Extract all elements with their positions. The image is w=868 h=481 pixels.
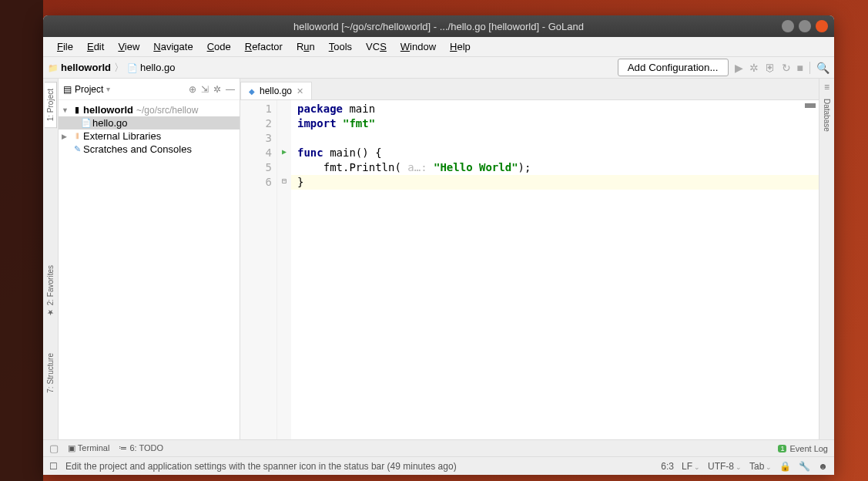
tree-root-label: helloworld bbox=[83, 104, 133, 116]
menubar: File Edit View Navigate Code Refactor Ru… bbox=[43, 37, 834, 57]
run-icon[interactable]: ▶ bbox=[735, 62, 743, 74]
scratches-icon: ✎ bbox=[71, 144, 83, 154]
search-icon[interactable]: 🔍 bbox=[809, 62, 829, 74]
close-button[interactable] bbox=[816, 20, 828, 32]
tab-close-icon[interactable]: ✕ bbox=[297, 86, 303, 96]
tab-project[interactable]: 1: Project bbox=[45, 82, 57, 128]
chevron-right-icon: 〉 bbox=[114, 61, 124, 75]
project-icon: ▤ bbox=[63, 84, 72, 95]
spanner-icon[interactable]: 🔧 bbox=[799, 461, 810, 472]
checkbox-icon[interactable]: ☐ bbox=[49, 461, 58, 472]
statusbar: ☐ Edit the project and application setti… bbox=[43, 456, 834, 475]
status-tip: Edit the project and application setting… bbox=[65, 461, 457, 472]
editor-tab-hello[interactable]: ◆ hello.go ✕ bbox=[240, 82, 312, 99]
tree-external-libs[interactable]: ▶ ⫴ External Libraries bbox=[59, 130, 240, 143]
menu-help[interactable]: Help bbox=[444, 39, 477, 54]
menu-file[interactable]: File bbox=[51, 39, 79, 54]
left-tool-stripe: 1: Project ★ 2: Favorites 7: Structure bbox=[43, 79, 59, 439]
tab-todo[interactable]: ≔ 6: TODO bbox=[119, 443, 163, 453]
menu-code[interactable]: Code bbox=[201, 39, 237, 54]
cursor-position[interactable]: 6:3 bbox=[661, 461, 674, 472]
collapse-icon[interactable]: ⇲ bbox=[201, 84, 209, 95]
tree-file-hello[interactable]: 📄 hello.go bbox=[59, 116, 240, 130]
expand-icon[interactable]: ▶ bbox=[62, 133, 71, 140]
database-icon: ≡ bbox=[824, 82, 829, 92]
tab-database[interactable]: Database bbox=[821, 92, 833, 138]
tree-root-path: ~/go/src/hellow bbox=[136, 105, 198, 116]
library-icon: ⫴ bbox=[71, 131, 83, 141]
add-configuration-button[interactable]: Add Configuration... bbox=[618, 59, 729, 76]
window-title: helloworld [~/go/src/helloworld] - .../h… bbox=[293, 21, 584, 32]
menu-refactor[interactable]: Refactor bbox=[239, 39, 289, 54]
breadcrumb: helloworld 〉 hello.go bbox=[48, 61, 176, 75]
tree-file-label: hello.go bbox=[92, 117, 128, 129]
right-tool-stripe: ≡ Database bbox=[819, 79, 834, 439]
tab-structure[interactable]: 7: Structure bbox=[45, 347, 56, 399]
locate-icon[interactable]: ⊕ bbox=[189, 84, 196, 95]
folder-icon: ▮ bbox=[71, 105, 83, 115]
project-sidebar: ▤ Project ▾ ⊕ ⇲ ✲ — ▼ ▮ helloworld ~/go/… bbox=[59, 79, 240, 439]
profile-icon[interactable]: ↻ bbox=[782, 62, 791, 74]
menu-window[interactable]: Window bbox=[394, 39, 442, 54]
expand-icon[interactable]: ▼ bbox=[62, 106, 71, 114]
go-file-icon: ◆ bbox=[249, 87, 255, 96]
fold-gutter: ▶ ⊟ bbox=[277, 100, 291, 439]
debug-icon[interactable]: ✲ bbox=[749, 62, 759, 74]
tree-root[interactable]: ▼ ▮ helloworld ~/go/src/hellow bbox=[59, 103, 240, 116]
unity-launcher bbox=[0, 0, 43, 481]
code-content[interactable]: package mainimport "fmt" func main() { f… bbox=[291, 100, 819, 439]
code-editor[interactable]: 123456 ▶ ⊟ package mainimport "fmt" func… bbox=[240, 100, 819, 439]
main-area: 1: Project ★ 2: Favorites 7: Structure ▤… bbox=[43, 79, 834, 439]
window-controls bbox=[782, 20, 828, 32]
tab-terminal[interactable]: ▣ Terminal bbox=[68, 443, 109, 453]
breadcrumb-file[interactable]: hello.go bbox=[127, 62, 176, 73]
inspector-icon[interactable]: ☻ bbox=[818, 461, 828, 472]
tree-ext-label: External Libraries bbox=[83, 130, 161, 142]
tool-window-icon[interactable]: ▢ bbox=[49, 442, 59, 454]
editor-tab-label: hello.go bbox=[260, 86, 292, 96]
editor-area: ◆ hello.go ✕ 123456 ▶ ⊟ package mainimpo… bbox=[240, 79, 819, 439]
coverage-icon[interactable]: ⛨ bbox=[765, 62, 776, 74]
hide-icon[interactable]: — bbox=[226, 84, 235, 95]
run-toolbar: ▶ ✲ ⛨ ↻ ■ 🔍 bbox=[735, 62, 829, 74]
stop-icon[interactable]: ■ bbox=[797, 62, 803, 74]
tab-event-log[interactable]: Event Log bbox=[789, 444, 828, 453]
tab-favorites[interactable]: ★ 2: Favorites bbox=[45, 259, 56, 323]
lock-icon[interactable]: 🔒 bbox=[779, 461, 791, 472]
goland-window: helloworld [~/go/src/helloworld] - .../h… bbox=[43, 15, 834, 475]
sidebar-title[interactable]: Project bbox=[75, 84, 103, 95]
project-tree: ▼ ▮ helloworld ~/go/src/hellow 📄 hello.g… bbox=[59, 100, 240, 439]
menu-view[interactable]: View bbox=[112, 39, 146, 54]
encoding[interactable]: UTF-8 bbox=[708, 461, 742, 472]
event-badge: 1 bbox=[778, 445, 786, 452]
line-ending[interactable]: LF bbox=[682, 461, 700, 472]
editor-tabs: ◆ hello.go ✕ bbox=[240, 79, 819, 100]
dropdown-icon[interactable]: ▾ bbox=[106, 85, 110, 93]
menu-navigate[interactable]: Navigate bbox=[147, 39, 199, 54]
tree-scratches-label: Scratches and Consoles bbox=[83, 143, 192, 155]
minimize-button[interactable] bbox=[782, 20, 794, 32]
settings-icon[interactable]: ✲ bbox=[213, 84, 221, 95]
tree-scratches[interactable]: ✎ Scratches and Consoles bbox=[59, 143, 240, 156]
sidebar-header: ▤ Project ▾ ⊕ ⇲ ✲ — bbox=[59, 79, 240, 100]
line-gutter: 123456 bbox=[240, 100, 277, 439]
indent[interactable]: Tab bbox=[749, 461, 772, 472]
toolbar: helloworld 〉 hello.go Add Configuration.… bbox=[43, 57, 834, 79]
menu-vcs[interactable]: VCS bbox=[360, 39, 393, 54]
titlebar[interactable]: helloworld [~/go/src/helloworld] - .../h… bbox=[43, 15, 834, 37]
breadcrumb-project[interactable]: helloworld bbox=[48, 62, 111, 73]
menu-edit[interactable]: Edit bbox=[81, 39, 110, 54]
maximize-button[interactable] bbox=[799, 20, 811, 32]
menu-tools[interactable]: Tools bbox=[323, 39, 358, 54]
menu-run[interactable]: Run bbox=[290, 39, 321, 54]
bottom-tool-stripe: ▢ ▣ Terminal ≔ 6: TODO 1 Event Log bbox=[43, 439, 834, 456]
go-file-icon: 📄 bbox=[80, 118, 92, 128]
